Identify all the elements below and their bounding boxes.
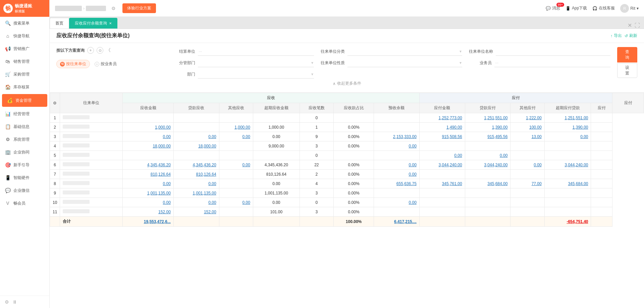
message-badge: 99+ bbox=[556, 3, 564, 7]
page-header: 应收应付余额查询(按往来单位) ↑ 导出 ↺ 刷新 bbox=[50, 29, 644, 43]
footer-ap-overdue[interactable]: -654,751.40 bbox=[544, 217, 591, 227]
sidebar-item-search[interactable]: 🔍 搜索菜单 bbox=[0, 17, 49, 30]
member-icon: V bbox=[5, 200, 11, 206]
scheme-salesperson-btn[interactable]: ○ 按业务员 bbox=[91, 60, 120, 68]
sidebar-item-hardware[interactable]: 📱 智能硬件 bbox=[0, 171, 49, 184]
top-nav-right: 💬 消息 99+ 📱 App下载 🎧 在线客服 R Rit ▾ bbox=[546, 4, 639, 13]
partner-nature-input[interactable]: ▾ bbox=[347, 58, 462, 67]
win-close-icon[interactable]: ✕ bbox=[628, 22, 632, 29]
sidebar-item-finance[interactable]: 💰 资金管理 bbox=[2, 94, 47, 107]
col-ap-amount: 应付金额 bbox=[419, 103, 465, 113]
partner-name-input[interactable] bbox=[496, 47, 610, 56]
avatar: R bbox=[620, 4, 629, 13]
sidebar-label-hardware: 智能硬件 bbox=[13, 175, 30, 181]
table-settings-header[interactable]: ⚙ bbox=[50, 93, 60, 113]
sidebar-item-corp[interactable]: 🏢 企业协同 bbox=[0, 146, 49, 159]
table-row: 10 0.00 0.00 0.00 0.00 0 0.00% 0.00 bbox=[50, 198, 644, 207]
sidebar-item-marketing[interactable]: 📢 营销推广 bbox=[0, 42, 49, 55]
sidebar-item-member[interactable]: V 畅会员 bbox=[0, 197, 49, 210]
row-num: 6 bbox=[50, 160, 60, 170]
row-num: 1 bbox=[50, 113, 60, 123]
row-num: 5 bbox=[50, 151, 60, 160]
page-content: 应收应付余额查询(按往来单位) ↑ 导出 ↺ 刷新 bbox=[50, 29, 644, 308]
sidebar-item-wechat[interactable]: 💬 企业微信 bbox=[0, 184, 49, 197]
sidebar-item-sales[interactable]: 🛍 销售管理 bbox=[0, 55, 49, 68]
row-num: 3 bbox=[50, 132, 60, 141]
table-row: 3 0.00 0.00 0.00 0.00 9 0.00% 2,153,333.… bbox=[50, 132, 644, 141]
app-download-btn[interactable]: 📱 App下载 bbox=[566, 5, 587, 11]
row-num: 7 bbox=[50, 170, 60, 179]
message-btn[interactable]: 💬 消息 99+ bbox=[546, 5, 560, 11]
col-ar-overdue: 超期应收金额 bbox=[253, 103, 300, 113]
table-row: 7 810,126.64 810,126.64 810,126.64 2 0.0… bbox=[50, 170, 644, 179]
sidebar-settings-icon[interactable]: ⚙ bbox=[5, 299, 9, 305]
department-input[interactable]: ▾ bbox=[198, 70, 314, 79]
salesperson-label: 业务员 bbox=[469, 60, 492, 66]
table-row: 6 4,345,436.20 4,345,436.20 0.00 4,345,4… bbox=[50, 160, 644, 170]
online-service-btn[interactable]: 🎧 在线客服 bbox=[592, 5, 615, 11]
logo-text: 畅捷通账 标准版 bbox=[15, 3, 32, 14]
filter-label: 按以下方案查询 bbox=[56, 48, 85, 53]
tab-ar-ap-label: 应收应付余额查询 bbox=[75, 20, 107, 26]
salesperson-input[interactable]: ··· bbox=[494, 58, 610, 67]
footer-ar-total[interactable]: 19,553,472,6... bbox=[123, 217, 173, 227]
top-nav-gear-icon[interactable]: ⚙ bbox=[111, 6, 116, 11]
sidebar-label-business: 经营管理 bbox=[13, 111, 30, 117]
sidebar-item-nav[interactable]: ⌂ 快捷导航 bbox=[0, 30, 49, 42]
tab-ar-ap[interactable]: 应收应付余额查询 ✕ bbox=[69, 18, 117, 29]
user-info[interactable]: R Rit ▾ bbox=[620, 4, 639, 13]
dept-input[interactable]: ▾ bbox=[198, 58, 314, 67]
col-ar-loan: 贷款应收 bbox=[173, 103, 219, 113]
sidebar-item-business[interactable]: 📊 经营管理 bbox=[0, 107, 49, 120]
scheme-partner-btn[interactable]: 畅 按往来单位 bbox=[56, 60, 90, 68]
collapse-icon: ∧ bbox=[333, 81, 336, 86]
sidebar-item-basic[interactable]: 📋 基础信息 bbox=[0, 120, 49, 133]
home-icon: ⌂ bbox=[5, 33, 11, 39]
sidebar-item-purchase[interactable]: 🛒 采购管理 bbox=[0, 68, 49, 81]
export-button[interactable]: ↑ 导出 bbox=[610, 33, 622, 39]
wechat-icon: 💬 bbox=[5, 187, 11, 193]
win-expand-icon[interactable]: ⛶ bbox=[635, 23, 640, 29]
scheme-salesperson-label: 按业务员 bbox=[101, 61, 117, 67]
row-partner bbox=[60, 151, 123, 160]
breadcrumb: › bbox=[55, 6, 106, 11]
filter-row-3: 部门 ▾ bbox=[172, 70, 610, 79]
filter-settings-button[interactable]: ⊙ bbox=[97, 47, 103, 54]
ap-group-header: 应付 bbox=[419, 93, 612, 103]
promo-button[interactable]: 体验行业方案 bbox=[122, 3, 156, 13]
filter-dept: 分管部门 ▾ bbox=[172, 58, 314, 67]
filter-collapse-button[interactable]: 《 bbox=[106, 47, 111, 53]
sidebar-item-system[interactable]: ⚙ 系统管理 bbox=[0, 133, 49, 146]
tab-close-icon[interactable]: ✕ bbox=[109, 21, 112, 25]
footer-ap-prepaid[interactable]: 6,417,215.... bbox=[374, 217, 420, 227]
service-label: 在线客服 bbox=[599, 5, 615, 11]
partner-category-input[interactable]: ▾ bbox=[347, 47, 462, 56]
dept-label: 分管部门 bbox=[172, 60, 195, 66]
logo-sub: 标准版 bbox=[15, 9, 32, 14]
inventory-icon: 🏠 bbox=[5, 84, 11, 90]
row-partner bbox=[60, 141, 123, 151]
query-button[interactable]: 查询 bbox=[617, 47, 637, 62]
sidebar-label-wechat: 企业微信 bbox=[13, 188, 30, 193]
filter-settings-action-btn[interactable]: 设置 bbox=[617, 63, 637, 78]
page-title: 应收应付余额查询(按往来单位) bbox=[56, 32, 130, 39]
refresh-button[interactable]: ↺ 刷新 bbox=[625, 33, 637, 39]
sidebar-item-inventory[interactable]: 🏠 库存核算 bbox=[0, 81, 49, 93]
filter-add-button[interactable]: + bbox=[87, 47, 94, 54]
settlement-unit-input[interactable]: ··· bbox=[198, 47, 314, 56]
collapse-more-btn[interactable]: ∧ 收起更多条件 bbox=[56, 79, 637, 88]
scheme-partner-label: 按往来单位 bbox=[66, 61, 86, 67]
system-icon: ⚙ bbox=[5, 136, 11, 142]
app-logo: 畅 畅捷通账 标准版 bbox=[0, 0, 49, 17]
partner-nature-label: 往来单位性质 bbox=[321, 60, 345, 66]
sidebar-item-guide[interactable]: 🎯 新手引导 bbox=[0, 159, 49, 171]
tab-home[interactable]: 首页 bbox=[50, 18, 69, 29]
sidebar-collapse-icon[interactable]: ⏸ bbox=[12, 299, 17, 305]
sidebar-label-system: 系统管理 bbox=[13, 137, 30, 142]
col-ap-other: 其他应付 bbox=[511, 103, 544, 113]
message-icon: 💬 bbox=[546, 6, 551, 11]
page-actions: ↑ 导出 ↺ 刷新 bbox=[610, 33, 637, 39]
sidebar-label-member: 畅会员 bbox=[13, 201, 25, 206]
main-area: › ⚙ 体验行业方案 💬 消息 99+ 📱 App下载 🎧 在线客服 bbox=[50, 0, 644, 308]
col-ap-loan: 贷款应付 bbox=[465, 103, 511, 113]
